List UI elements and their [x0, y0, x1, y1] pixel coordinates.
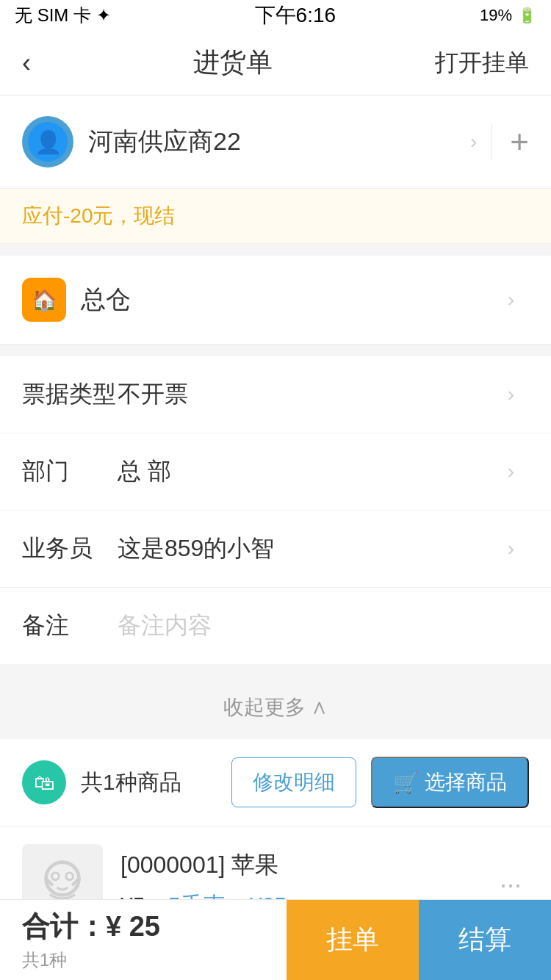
- cart-icon: 🛒: [393, 771, 419, 795]
- status-right: 19% 🔋: [480, 6, 536, 25]
- remark-placeholder: 备注内容: [118, 610, 529, 642]
- total-count: 共1种: [22, 948, 264, 972]
- invoice-type-label: 票据类型: [22, 378, 118, 411]
- total-value: ¥ 25: [106, 911, 160, 942]
- edit-detail-button[interactable]: 修改明细: [231, 757, 356, 807]
- supplier-row[interactable]: 👤 河南供应商22 › +: [0, 96, 551, 189]
- department-value: 总 部: [118, 455, 508, 488]
- add-supplier-button[interactable]: +: [491, 123, 529, 160]
- back-button[interactable]: ‹: [22, 48, 31, 79]
- battery-icon: 🔋: [518, 7, 536, 24]
- department-label: 部门: [22, 455, 118, 488]
- products-header: 🛍 共1种商品 修改明细 🛒 选择商品: [0, 739, 551, 826]
- home-icon: 🏠: [32, 288, 57, 312]
- status-bar: 无 SIM 卡 ✦ 下午6:16 19% 🔋: [0, 0, 551, 31]
- invoice-type-row[interactable]: 票据类型 不开票 ›: [0, 356, 551, 433]
- select-product-label: 选择商品: [425, 768, 507, 796]
- chevron-right-icon: ›: [508, 383, 514, 406]
- total-label: 合计：: [22, 911, 106, 942]
- products-icon: 🛍: [22, 760, 66, 804]
- supplier-card: 👤 河南供应商22 › + 应付-20元，现结: [0, 96, 551, 244]
- collapse-toggle[interactable]: 收起更多 ∧: [0, 676, 551, 739]
- bottom-summary: 合计：¥ 25 共1种: [0, 900, 287, 980]
- nav-bar: ‹ 进货单 打开挂单: [0, 31, 551, 96]
- salesperson-label: 业务员: [22, 533, 118, 565]
- bag-icon: 🛍: [34, 771, 54, 795]
- status-time: 下午6:16: [255, 1, 336, 29]
- products-count: 共1种商品: [81, 768, 217, 798]
- remark-label: 备注: [22, 610, 118, 642]
- supplier-name: 河南供应商22: [88, 125, 470, 159]
- main-content: 👤 河南供应商22 › + 应付-20元，现结 🏠 总仓 › 票据类型 不开票 …: [0, 96, 551, 980]
- warehouse-row[interactable]: 🏠 总仓 ›: [0, 256, 551, 345]
- supplier-notice: 应付-20元，现结: [0, 189, 551, 244]
- sim-status: 无 SIM 卡 ✦: [15, 4, 111, 27]
- remark-row[interactable]: 备注 备注内容: [0, 588, 551, 664]
- svg-point-4: [67, 874, 71, 879]
- status-left: 无 SIM 卡 ✦: [15, 4, 111, 27]
- warehouse-card: 🏠 总仓 ›: [0, 256, 551, 345]
- warehouse-name: 总仓: [81, 283, 508, 317]
- invoice-type-value: 不开票: [118, 378, 508, 411]
- chevron-right-icon: ›: [508, 288, 514, 311]
- department-row[interactable]: 部门 总 部 ›: [0, 433, 551, 511]
- supplier-avatar: 👤: [22, 116, 73, 167]
- bottom-bar: 合计：¥ 25 共1种 挂单 结算: [0, 899, 551, 980]
- select-product-button[interactable]: 🛒 选择商品: [371, 757, 529, 808]
- salesperson-value: 这是859的小智: [118, 533, 508, 565]
- open-hang-button[interactable]: 打开挂单: [435, 47, 529, 79]
- form-card: 票据类型 不开票 › 部门 总 部 › 业务员 这是859的小智 › 备注 备注…: [0, 356, 551, 664]
- salesperson-row[interactable]: 业务员 这是859的小智 ›: [0, 511, 551, 588]
- battery-level: 19%: [480, 6, 512, 25]
- warehouse-icon: 🏠: [22, 278, 66, 322]
- hang-button[interactable]: 挂单: [287, 900, 419, 980]
- total-amount: 合计：¥ 25: [22, 908, 264, 945]
- page-title: 进货单: [193, 45, 273, 81]
- avatar-person-icon: 👤: [35, 129, 62, 155]
- chevron-right-icon: ›: [508, 460, 514, 483]
- checkout-button[interactable]: 结算: [419, 900, 551, 980]
- avatar-icon: 👤: [28, 122, 68, 162]
- chevron-right-icon: ›: [508, 537, 514, 561]
- svg-point-3: [53, 874, 57, 879]
- chevron-right-icon: ›: [470, 130, 477, 154]
- product-code: [0000001]: [120, 851, 225, 878]
- product-name: [0000001] 苹果: [120, 849, 492, 882]
- product-title: 苹果: [231, 851, 278, 878]
